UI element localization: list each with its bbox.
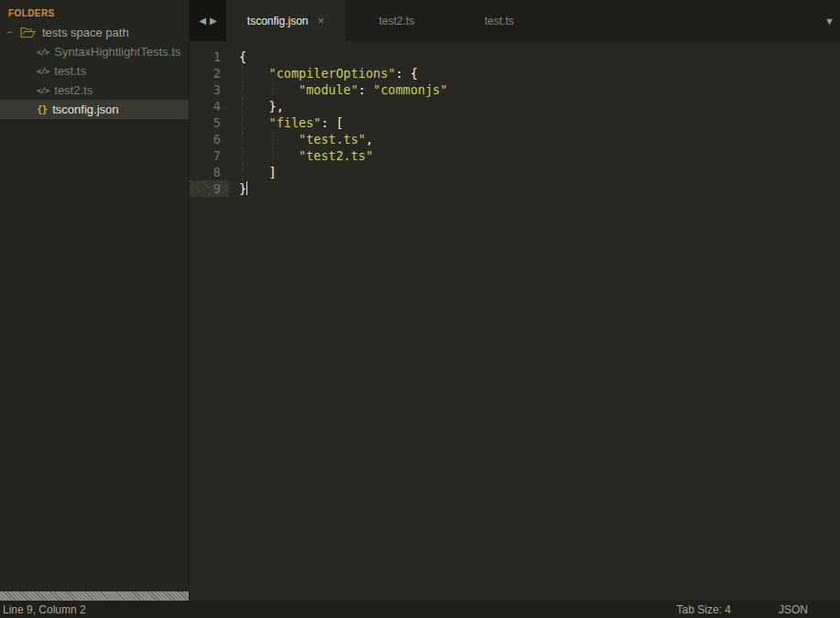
collapse-icon[interactable]: −: [6, 26, 20, 38]
tab-test-ts[interactable]: test.ts: [448, 0, 551, 41]
code-segment: "test2.ts": [299, 148, 373, 163]
code-segment: [239, 115, 269, 130]
code-line-7[interactable]: 7 "test2.ts": [190, 147, 840, 164]
line-number: 9: [190, 180, 229, 197]
file-name: tsconfig.json: [52, 103, 118, 116]
line-number: 6: [190, 131, 229, 147]
line-number: 4: [190, 98, 229, 114]
code-lines: 1{2 "compilerOptions": {3 "module": "com…: [190, 49, 840, 197]
sidebar-folder-tests-space-path[interactable]: − tests space path: [0, 22, 189, 42]
code-segment: }: [239, 181, 246, 196]
line-content: },: [239, 98, 284, 114]
line-content: "test.ts",: [239, 131, 373, 147]
indent-guide-icon: [242, 147, 243, 164]
indent-guide-icon: [272, 131, 273, 147]
code-segment: {: [239, 49, 246, 64]
tab-list: tsconfig.json×test2.tstest.ts: [226, 0, 551, 41]
file-name: test.ts: [54, 64, 86, 78]
tab-scroll-arrows: ◀ ▶: [190, 0, 226, 41]
sublime-text-window: FOLDERS − tests space path </>SyntaxHigh…: [0, 0, 840, 618]
code-segment: [239, 132, 299, 146]
code-segment: "test.ts": [299, 132, 365, 146]
code-file-icon: </>: [37, 48, 49, 57]
line-content: "compilerOptions": {: [239, 65, 418, 81]
code-line-8[interactable]: 8 ]: [190, 164, 840, 180]
indent-guide-icon: [242, 131, 243, 147]
status-right-group: Tab Size: 4 JSON: [677, 603, 840, 616]
sidebar: FOLDERS − tests space path </>SyntaxHigh…: [0, 0, 190, 601]
code-segment: : {: [396, 66, 418, 81]
code-segment: ]: [269, 165, 277, 179]
line-number: 3: [190, 81, 229, 98]
tab-size-status[interactable]: Tab Size: 4: [677, 603, 731, 616]
code-segment: [239, 148, 299, 163]
code-segment: :: [358, 82, 373, 97]
code-segment: [239, 99, 269, 114]
open-folder-icon: [20, 27, 36, 38]
sidebar-item-tsconfig-json[interactable]: {}tsconfig.json: [0, 100, 189, 119]
code-line-2[interactable]: 2 "compilerOptions": {: [190, 65, 840, 81]
line-number: 7: [190, 147, 229, 164]
tab-overflow-dropdown-icon[interactable]: ▼: [824, 0, 835, 41]
indent-guide-icon: [242, 114, 243, 131]
code-line-5[interactable]: 5 "files": [: [190, 114, 840, 131]
tab-tsconfig-json[interactable]: tsconfig.json×: [226, 0, 345, 41]
indent-guide-icon: [272, 147, 273, 164]
code-file-icon: </>: [37, 67, 49, 76]
line-content: ]: [239, 164, 277, 180]
braces-file-icon: {}: [37, 103, 47, 115]
line-content: "module": "commonjs": [239, 81, 448, 98]
code-segment: "module": [299, 82, 358, 97]
sidebar-file-list: </>SyntaxHightlightTests.ts</>test.ts</>…: [0, 42, 189, 119]
line-content: }: [239, 180, 247, 197]
tab-scroll-right-icon[interactable]: ▶: [210, 16, 217, 26]
code-line-4[interactable]: 4 },: [190, 98, 840, 114]
tab-bar: ◀ ▶ tsconfig.json×test2.tstest.ts ▼: [190, 0, 840, 41]
indent-guide-icon: [242, 164, 243, 180]
code-segment: ,: [365, 132, 373, 146]
folder-name: tests space path: [42, 26, 129, 39]
tab-scroll-left-icon[interactable]: ◀: [199, 16, 206, 26]
cursor-position-status: Line 9, Column 2: [0, 603, 86, 616]
code-segment: [239, 66, 269, 81]
line-number: 1: [190, 49, 229, 65]
close-tab-icon[interactable]: ×: [318, 15, 325, 27]
code-segment: "commonjs": [373, 82, 447, 97]
code-segment: },: [269, 99, 284, 114]
code-segment: : [: [321, 115, 343, 130]
line-number: 2: [190, 65, 229, 81]
tab-label: test2.ts: [379, 15, 415, 27]
code-segment: [239, 165, 269, 179]
syntax-status[interactable]: JSON: [779, 603, 808, 616]
code-line-9[interactable]: 9}: [190, 180, 840, 197]
status-bar: Line 9, Column 2 Tab Size: 4 JSON: [0, 601, 840, 618]
code-line-3[interactable]: 3 "module": "commonjs": [190, 81, 840, 98]
indent-guide-icon: [242, 81, 243, 98]
line-content: "test2.ts": [239, 147, 373, 164]
code-segment: "compilerOptions": [269, 66, 396, 81]
sidebar-item-test2-ts[interactable]: </>test2.ts: [0, 81, 189, 100]
folders-heading: FOLDERS: [0, 0, 189, 22]
code-segment: "files": [269, 115, 322, 130]
tab-label: tsconfig.json: [247, 15, 309, 27]
indent-guide-icon: [242, 98, 243, 114]
sidebar-horizontal-scrollbar[interactable]: [0, 591, 189, 601]
line-content: {: [239, 49, 246, 65]
code-line-1[interactable]: 1{: [190, 49, 840, 65]
text-cursor: [246, 181, 247, 195]
line-number: 8: [190, 164, 229, 180]
tab-test2-ts[interactable]: test2.ts: [345, 0, 448, 41]
code-file-icon: </>: [37, 86, 49, 95]
line-number: 5: [190, 114, 229, 131]
sidebar-item-test-ts[interactable]: </>test.ts: [0, 61, 189, 81]
code-line-6[interactable]: 6 "test.ts",: [190, 131, 840, 147]
tab-label: test.ts: [485, 15, 514, 27]
indent-guide-icon: [272, 81, 273, 98]
line-content: "files": [: [239, 114, 344, 131]
indent-guide-icon: [242, 65, 243, 81]
file-name: test2.ts: [54, 83, 93, 97]
code-segment: [239, 82, 299, 97]
editor-pane[interactable]: 1{2 "compilerOptions": {3 "module": "com…: [190, 41, 840, 601]
sidebar-item-syntaxhightlighttests-ts[interactable]: </>SyntaxHightlightTests.ts: [0, 42, 189, 61]
file-name: SyntaxHightlightTests.ts: [54, 45, 180, 59]
